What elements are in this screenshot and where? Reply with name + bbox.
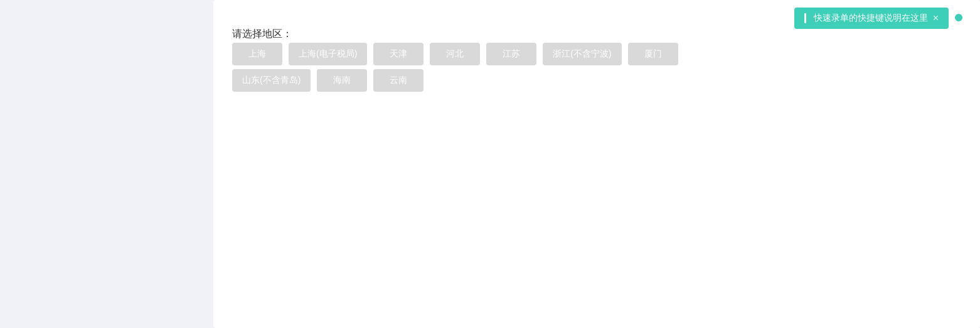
tooltip-close-button[interactable]: × xyxy=(933,13,939,23)
tooltip-text: 快速录单的快捷键说明在这里 xyxy=(814,13,928,24)
sidebar xyxy=(0,0,213,328)
tooltip-banner: 快速录单的快捷键说明在这里 × xyxy=(794,8,949,29)
region-buttons-row2: 山东(不含青岛)海南云南 xyxy=(232,69,423,92)
main-content: 请选择地区： 上海上海(电子税局)天津河北江苏浙江(不含宁波)厦门 山东(不含青… xyxy=(213,0,980,328)
region-button-zhejiang[interactable]: 浙江(不含宁波) xyxy=(543,43,621,65)
tooltip-dot xyxy=(955,14,962,21)
region-button-shanghai-e[interactable]: 上海(电子税局) xyxy=(289,43,367,65)
tooltip-left-bar xyxy=(804,13,806,23)
region-button-xiamen[interactable]: 厦门 xyxy=(628,43,678,65)
region-button-hainan[interactable]: 海南 xyxy=(317,69,367,92)
region-button-shanghai[interactable]: 上海 xyxy=(232,43,282,65)
region-button-tianjin[interactable]: 天津 xyxy=(373,43,423,65)
region-button-jiangsu[interactable]: 江苏 xyxy=(486,43,536,65)
page-label: 请选择地区： xyxy=(232,28,292,41)
region-button-shandong[interactable]: 山东(不含青岛) xyxy=(232,69,311,92)
region-button-yunnan[interactable]: 云南 xyxy=(373,69,423,92)
region-button-hebei[interactable]: 河北 xyxy=(430,43,480,65)
region-buttons-row1: 上海上海(电子税局)天津河北江苏浙江(不含宁波)厦门 xyxy=(232,43,678,65)
